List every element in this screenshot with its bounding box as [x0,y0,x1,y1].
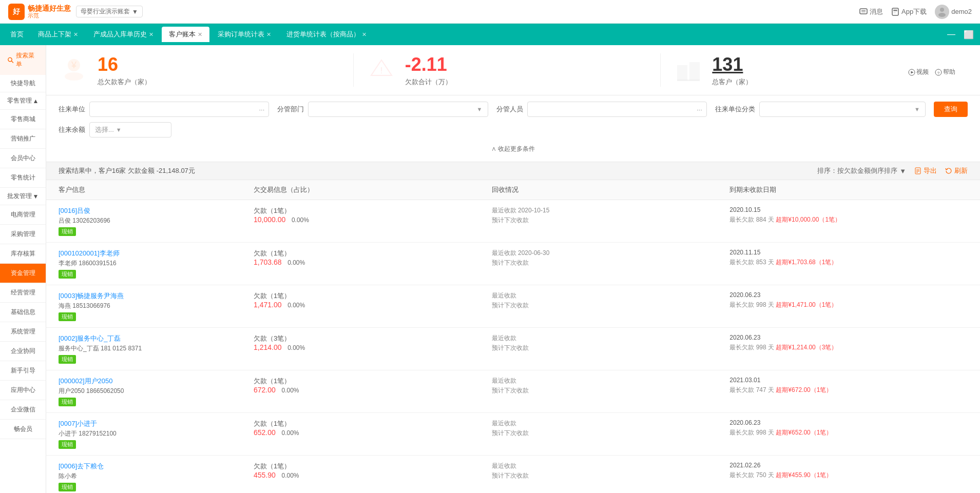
sidebar-item-inventory[interactable]: 库存核算 [0,244,46,264]
stat-info-debt: -2.11 欠款合计（万） [405,53,452,87]
debt-count-4: 欠款（1笔） [254,377,492,386]
tab-home[interactable]: 首页 [4,27,30,42]
sidebar-item-basic-info[interactable]: 基础信息 [0,303,46,322]
table-row: [0016]吕俊 吕俊 13026203696 现销 欠款（1笔） 10,000… [46,200,980,243]
sidebar-item-retail-mgmt[interactable]: 零售管理 ▲ [0,92,46,110]
main-layout: 搜索菜单 快捷导航 零售管理 ▲ 零售商城 营销推广 会员中心 零售统计 批发管… [0,45,980,493]
sidebar-item-ecommerce[interactable]: 电商管理 [0,205,46,225]
recovery-label2-4: 预计下次收款 [492,386,529,395]
customer-id-6[interactable]: [0006]去下粮仓 [59,462,254,471]
sidebar-item-membership[interactable]: 会员中心 [0,149,46,168]
unit-category-input[interactable]: ▼ [759,102,926,117]
dept-input[interactable]: ▼ [308,102,488,117]
customer-id-4[interactable]: [000002]用户2050 [59,377,254,386]
app-download-btn[interactable]: App下载 [891,7,927,16]
tab-products-close[interactable]: ✕ [73,31,78,38]
overdue-link-4[interactable]: 超期¥672.00（1笔） [776,386,832,393]
sidebar-item-wholesale-mgmt[interactable]: 批发管理 ▼ [0,188,46,205]
recovery-label1-3: 最近收款 [492,334,516,343]
stat-help: 视频 ? 帮助 [908,64,955,76]
tab-customer-close[interactable]: ✕ [198,31,202,38]
sidebar-item-retail-stats[interactable]: 零售统计 [0,168,46,188]
tab-production[interactable]: 产成品入库单历史 ✕ [86,27,161,42]
customer-id-1[interactable]: [0001020001]李老师 [59,249,254,258]
message-btn[interactable]: 消息 [859,7,883,16]
recovery-label1-1: 最近收款 2020-06-30 [492,249,550,258]
sidebar-item-apps[interactable]: 应用中心 [0,381,46,400]
collapse-btn[interactable]: ∧ 收起更多条件 [59,143,968,155]
overdue-link-5[interactable]: 超期¥652.00（1笔） [776,429,832,436]
tab-production-close[interactable]: ✕ [149,31,153,38]
sort-label: 排序：按欠款金额倒序排序 [817,166,897,175]
search-menu-btn[interactable]: 搜索菜单 [3,49,43,71]
sidebar-item-purchase[interactable]: 采购管理 [0,225,46,244]
sidebar-item-retail-mall[interactable]: 零售商城 [0,110,46,129]
company-select[interactable]: 母婴行业演示账套 ▼ [76,6,143,17]
overdue-detail-3: 最长欠款 998 天 超期¥1,214.00（3笔） [729,343,968,352]
nav-maximize-btn[interactable]: ⬜ [962,28,976,42]
debt-amount-0[interactable]: 10,000.00 [254,215,285,224]
sidebar-item-weixin[interactable]: 企业微信 [0,400,46,420]
debt-amount-5[interactable]: 652.00 [254,428,276,437]
debt-amount-1[interactable]: 1,703.68 [254,258,282,266]
video-btn[interactable]: 视频 [908,68,929,76]
sidebar-item-member[interactable]: 畅会员 [0,420,46,439]
help-btn[interactable]: ? 帮助 [935,68,955,76]
debt-percent-2: 0.00% [287,302,305,309]
tab-products[interactable]: 商品上下架 ✕ [31,27,85,42]
recovery-row2-3: 预计下次收款 [492,344,730,352]
nav-minimize-btn[interactable]: — [945,28,957,41]
balance-input[interactable]: 选择... ▼ [89,122,171,137]
overdue-link-3[interactable]: 超期¥1,214.00（3笔） [776,344,837,351]
source-unit-input[interactable]: ··· [89,102,269,117]
table-row: [0001020001]李老师 李老师 18600391516 现销 欠款（1笔… [46,243,980,285]
customer-id-2[interactable]: [0003]畅捷服务尹海燕 [59,291,254,301]
tab-stock-close[interactable]: ✕ [362,31,367,38]
export-btn[interactable]: 导出 [914,166,937,175]
sidebar-item-quick-nav[interactable]: 快捷导航 [0,75,46,92]
sidebar-item-newbie[interactable]: 新手引导 [0,361,46,381]
customer-id-3[interactable]: [0002]服务中心_丁磊 [59,334,254,343]
overdue-cell-1: 2020.11.15 最长欠款 853 天 超期¥1,703.68（1笔） [729,249,968,267]
sort-btn[interactable]: 排序：按欠款金额倒序排序 ▼ [817,166,906,175]
sidebar-item-enterprise[interactable]: 企业协同 [0,342,46,361]
dept-label: 分管部门 [277,105,304,114]
overdue-link-0[interactable]: 超期¥10,000.00（1笔） [776,216,841,223]
overdue-link-2[interactable]: 超期¥1,471.00（1笔） [776,301,837,308]
customer-id-5[interactable]: [0007]小进于 [59,419,254,428]
debt-count-6: 欠款（1笔） [254,462,492,471]
debt-amount-3[interactable]: 1,214.00 [254,343,282,351]
col-header-overdue: 到期未收款日期 [729,185,968,194]
tab-customer[interactable]: 客户账本 ✕ [162,27,209,42]
overdue-date-5: 2020.06.23 [729,419,968,426]
customer-phone-3: 服务中心_丁磊 181 0125 8371 [59,344,254,353]
logo-area: 好 畅捷通好生意 示范 [8,4,71,20]
debt-amount-4[interactable]: 672.00 [254,386,276,394]
debt-amount-6[interactable]: 455.90 [254,471,276,479]
stat-label-debt: 欠款合计（万） [405,77,452,87]
sidebar-item-operations[interactable]: 经营管理 [0,283,46,303]
enterprise-label: 企业协同 [11,347,35,354]
stat-label-customers: 总欠款客户（家） [98,77,151,87]
tab-stock[interactable]: 进货单统计表（按商品） ✕ [279,27,374,42]
user-area[interactable]: demo2 [935,5,972,19]
sidebar-item-finance[interactable]: 资金管理 [0,264,46,283]
overdue-cell-6: 2021.02.26 最长欠款 750 天 超期¥455.90（1笔） [729,462,968,480]
manager-input[interactable]: ··· [527,102,707,117]
debt-amount-2[interactable]: 1,471.00 [254,301,282,309]
export-label: 导出 [924,166,937,175]
sidebar-item-system[interactable]: 系统管理 [0,322,46,342]
recovery-label2-6: 预计下次收款 [492,471,529,480]
recovery-cell-4: 最近收款 预计下次收款 [492,377,730,396]
sidebar-item-marketing[interactable]: 营销推广 [0,129,46,149]
balance-label: 往来余额 [59,125,85,134]
overdue-link-1[interactable]: 超期¥1,703.68（1笔） [776,259,837,266]
refresh-btn[interactable]: 刷新 [945,166,968,175]
tab-purchase-close[interactable]: ✕ [266,31,271,38]
svg-rect-2 [893,10,897,11]
tab-purchase[interactable]: 采购订单统计表 ✕ [210,27,278,42]
customer-id-0[interactable]: [0016]吕俊 [59,206,254,215]
tab-production-label: 产成品入库单历史 [93,30,147,39]
overdue-link-6[interactable]: 超期¥455.90（1笔） [776,471,832,479]
search-btn[interactable]: 查询 [934,102,968,117]
